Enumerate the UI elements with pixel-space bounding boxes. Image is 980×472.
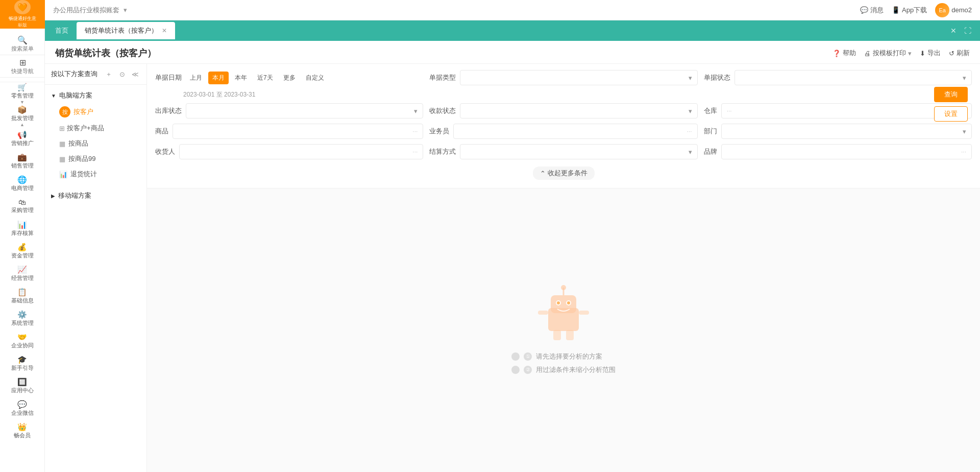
app-download-btn[interactable]: 📱 App下载 bbox=[892, 6, 927, 15]
date-more-btn[interactable]: 更多 bbox=[279, 72, 300, 84]
sidebar-item-basics[interactable]: 📋 基础信息 bbox=[0, 285, 45, 307]
right-panel: 单据日期 上月 本月 本年 近7天 更多 自定义 bbox=[147, 64, 980, 472]
sidebar-item-appcenter[interactable]: 🔲 应用中心 bbox=[0, 374, 45, 397]
date-curr-month-btn[interactable]: 本月 bbox=[208, 72, 229, 84]
date-curr-year-btn[interactable]: 本年 bbox=[231, 72, 251, 84]
refresh-btn[interactable]: ↺ 刷新 bbox=[949, 49, 970, 58]
search-icon: 🔍 bbox=[17, 35, 28, 45]
tab-home[interactable]: 首页 bbox=[47, 22, 77, 39]
tab-close-btn[interactable]: ✕ bbox=[162, 27, 167, 34]
sidebar-item-ecommerce[interactable]: 🌐 电商管理 bbox=[0, 172, 45, 195]
scheme-collapse-btn[interactable]: ≪ bbox=[130, 69, 140, 79]
sidebar-item-retail[interactable]: 🛒 零售管理 ▼ bbox=[0, 82, 45, 105]
salesperson-label: 业务员 bbox=[429, 127, 449, 136]
wholesale-expand: ▲ bbox=[20, 122, 24, 127]
table99-icon: ▦ bbox=[59, 155, 65, 163]
order-status-dropdown-icon: ▾ bbox=[963, 74, 966, 82]
filter-brand: 品牌 ··· bbox=[704, 144, 972, 159]
window-maximize-btn[interactable]: ⛶ bbox=[962, 25, 974, 37]
scheme-item-by-goods99[interactable]: ▦ 按商品99 bbox=[45, 151, 146, 167]
scheme-add-btn[interactable]: + bbox=[104, 69, 114, 79]
scheme-settings-btn[interactable]: ⊙ bbox=[117, 69, 127, 79]
sidebar-item-wholesale[interactable]: 📦 批发管理 ▲ bbox=[0, 105, 45, 127]
tab-active[interactable]: 销货单统计表（按客户） ✕ bbox=[77, 22, 175, 39]
scheme-item-by-goods[interactable]: ▦ 按商品 bbox=[45, 136, 146, 151]
template-print-label: 按模板打印 bbox=[873, 49, 906, 58]
sidebar-item-sales[interactable]: 💼 销售管理 bbox=[0, 150, 45, 172]
brand-control[interactable]: ··· bbox=[721, 144, 972, 159]
messages-btn[interactable]: 💬 消息 bbox=[860, 6, 884, 15]
receipt-status-control[interactable]: ▾ bbox=[460, 103, 697, 119]
out-status-control[interactable]: ▾ bbox=[186, 103, 423, 119]
svg-rect-9 bbox=[579, 311, 589, 315]
sidebar-item-inventory[interactable]: 📊 库存核算 bbox=[0, 217, 45, 240]
tip-2-num: ② bbox=[524, 366, 532, 374]
scheme-group-mobile: ▶ 移动端方案 bbox=[45, 185, 146, 206]
system-icon: ⚙️ bbox=[17, 310, 27, 319]
newbie-icon: 🎓 bbox=[17, 355, 27, 364]
sidebar-item-marketing[interactable]: 📢 营销推广 bbox=[0, 127, 45, 150]
scheme-item-by-customer[interactable]: 按 按客户 bbox=[45, 103, 146, 121]
app-logo[interactable]: 🧡 畅捷通好生意 标版 bbox=[0, 0, 45, 29]
tab-bar: 首页 销货单统计表（按客户） ✕ ✕ ⛶ bbox=[45, 20, 980, 41]
recipient-label: 收货人 bbox=[155, 147, 175, 156]
help-btn[interactable]: ❓ 帮助 bbox=[832, 49, 856, 58]
sidebar-item-wechat[interactable]: 💬 企业微信 bbox=[0, 397, 45, 419]
scheme-group-pc-title[interactable]: ▼ 电脑端方案 bbox=[45, 88, 146, 103]
goods-control[interactable]: ··· bbox=[173, 124, 423, 139]
scheme-item-customer-goods[interactable]: ⊞ 按客户+商品 bbox=[45, 121, 146, 136]
order-type-control[interactable]: ▾ bbox=[460, 70, 697, 85]
collapse-label: 收起更多条件 bbox=[548, 169, 587, 178]
sidebar-search-label: 搜索菜单 bbox=[11, 45, 34, 53]
department-dropdown-icon: ▾ bbox=[963, 128, 966, 135]
recipient-control[interactable]: ··· bbox=[179, 144, 423, 159]
settlement-dropdown-icon: ▾ bbox=[689, 148, 692, 156]
filter-salesperson: 业务员 ··· bbox=[429, 124, 697, 139]
sales-icon: 💼 bbox=[17, 153, 27, 162]
sidebar-ecommerce-label: 电商管理 bbox=[11, 184, 34, 192]
sidebar-item-system[interactable]: ⚙️ 系统管理 bbox=[0, 307, 45, 329]
svg-rect-10 bbox=[553, 330, 561, 340]
warehouse-label: 仓库 bbox=[704, 106, 717, 115]
scheme-item-returns[interactable]: 📊 退货统计 bbox=[45, 167, 146, 182]
salesperson-control[interactable]: ··· bbox=[453, 124, 697, 139]
group-expand-icon: ▼ bbox=[51, 93, 56, 99]
template-print-btn[interactable]: 🖨 按模板打印 ▾ bbox=[864, 49, 912, 58]
receipt-status-dropdown-icon: ▾ bbox=[689, 107, 692, 115]
collapse-up-icon: ⌃ bbox=[540, 170, 546, 177]
page-actions: ❓ 帮助 🖨 按模板打印 ▾ ⬇ 导出 ↺ 刷新 bbox=[832, 49, 970, 58]
date-prev-month-btn[interactable]: 上月 bbox=[186, 72, 206, 84]
scheme-panel-title: 按以下方案查询 bbox=[51, 69, 97, 79]
query-btn[interactable]: 查询 bbox=[934, 87, 968, 102]
sidebar-item-vip[interactable]: 👑 畅会员 bbox=[0, 419, 45, 442]
filter-warehouse: 仓库 ··· bbox=[704, 103, 972, 119]
sidebar-retail-label: 零售管理 bbox=[11, 92, 34, 100]
sidebar-item-quick-nav[interactable]: ⊞ 快捷导航 bbox=[0, 55, 45, 78]
goods-label: 商品 bbox=[155, 127, 168, 136]
department-control[interactable]: ▾ bbox=[721, 124, 972, 139]
export-label: 导出 bbox=[927, 49, 941, 58]
query-buttons: 查询 设置 bbox=[934, 87, 968, 122]
sidebar-item-operations[interactable]: 📈 经营管理 bbox=[0, 262, 45, 285]
order-type-label: 单据类型 bbox=[429, 73, 456, 82]
settings-btn[interactable]: 设置 bbox=[934, 106, 968, 122]
sidebar-item-finance[interactable]: 💰 资金管理 bbox=[0, 240, 45, 262]
order-status-control[interactable]: ▾ bbox=[734, 70, 972, 85]
sidebar-item-purchase[interactable]: 🛍 采购管理 bbox=[0, 195, 45, 217]
sidebar-item-newbie[interactable]: 🎓 新手引导 bbox=[0, 352, 45, 374]
svg-rect-11 bbox=[566, 330, 574, 340]
settlement-control[interactable]: ▾ bbox=[460, 144, 697, 159]
export-btn[interactable]: ⬇ 导出 bbox=[920, 49, 941, 58]
industry-dropdown-icon[interactable]: ▾ bbox=[124, 6, 127, 14]
user-profile[interactable]: Ea demo2 bbox=[935, 3, 972, 17]
collapse-btn[interactable]: ⌃ 收起更多条件 bbox=[533, 167, 595, 180]
sidebar-item-search[interactable]: 🔍 搜索菜单 bbox=[0, 33, 45, 55]
window-close-btn[interactable]: ✕ bbox=[947, 25, 960, 37]
date-custom-btn[interactable]: 自定义 bbox=[302, 72, 328, 84]
sidebar-wholesale-label: 批发管理 bbox=[11, 114, 34, 122]
sidebar-item-enterprise[interactable]: 🤝 企业协同 bbox=[0, 329, 45, 352]
scheme-group-mobile-title[interactable]: ▶ 移动端方案 bbox=[45, 188, 146, 203]
filter-row-1: 单据日期 上月 本月 本年 近7天 更多 自定义 bbox=[155, 70, 972, 85]
recipient-ellipsis: ··· bbox=[412, 148, 418, 155]
date-last7-btn[interactable]: 近7天 bbox=[253, 72, 277, 84]
